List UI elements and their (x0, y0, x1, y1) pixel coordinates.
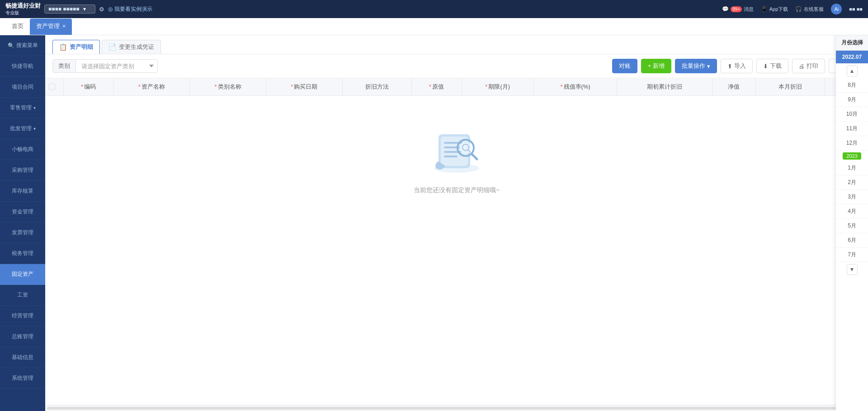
month-item-5[interactable]: 5月 (836, 219, 868, 233)
import-button[interactable]: ⬆ 导入 (721, 59, 753, 73)
year-badge-2023: 2023 (843, 152, 861, 160)
sidebar-item-ledger[interactable]: 总账管理 (0, 326, 45, 347)
batch-label: 批量操作 (682, 62, 705, 70)
sidebar-label-invoice: 发票管理 (12, 229, 33, 236)
month-item-1[interactable]: 1月 (836, 161, 868, 175)
download-icon: ⬇ (763, 63, 768, 70)
month-nav-up: ▲ (836, 64, 868, 78)
sidebar-item-fixed-assets[interactable]: 固定资产 (0, 264, 45, 285)
col-net-value: 净值 (712, 78, 755, 96)
app-download-button[interactable]: 📱 App下载 (761, 6, 788, 13)
message-button[interactable]: 💬 99+ 消息 (722, 6, 754, 13)
sidebar-item-search-menu[interactable]: 🔍 搜索菜单 (0, 35, 45, 56)
reconcile-button[interactable]: 对账 (612, 59, 637, 73)
col-category: *类别名称 (190, 78, 266, 96)
col-monthly-depreciation: 本月折旧 (755, 78, 825, 96)
tab-home[interactable]: 首页 (5, 19, 30, 35)
col-depreciation-method: 折旧方法 (342, 78, 411, 96)
assets-table: *编码 *资产名称 *类别名称 *购买日期 折旧方法 *原值 *期限(月) *残… (45, 78, 868, 96)
online-service-button[interactable]: 🎧 在线客服 (795, 6, 824, 13)
toolbar: 类别 请选择固定资产类别 对账 + 新增 批量操作 ▾ ⬆ 导入 (45, 54, 868, 78)
content-tab-change-voucher[interactable]: 📄 变更生成凭证 (102, 40, 161, 54)
content-tab-asset-detail-label: 资产明细 (70, 43, 93, 51)
sidebar-item-tax[interactable]: 税务管理 (0, 243, 45, 264)
chevron-down-icon: ▾ (33, 105, 36, 110)
sidebar-label-ledger: 总账管理 (12, 333, 33, 340)
category-label: 类别 (53, 60, 76, 72)
sidebar-item-project-contract[interactable]: 项目合同 (0, 77, 45, 98)
sidebar-label-ecommerce: 小畅电商 (12, 146, 33, 153)
month-item-12[interactable]: 12月 (836, 136, 868, 151)
online-service-text: 在线客服 (804, 6, 824, 13)
demo-link[interactable]: ◎ 我要看实例演示 (108, 5, 152, 13)
month-item-10[interactable]: 10月 (836, 107, 868, 122)
asset-detail-icon: 📋 (59, 43, 67, 51)
month-item-current[interactable]: 2022.07 (836, 51, 868, 64)
month-item-8[interactable]: 8月 (836, 78, 868, 93)
scroll-track[interactable] (47, 407, 866, 410)
top-bar-left: 畅捷通好业财 专业版 ■■■■ ■■■■■ ▾ ⚙ ◎ 我要看实例演示 (5, 2, 152, 16)
month-item-11[interactable]: 11月 (836, 122, 868, 136)
svg-rect-6 (444, 156, 458, 157)
sidebar-label-inventory: 库存核算 (12, 187, 33, 195)
empty-state: 当前您还没有固定资产明细哦~ (45, 96, 868, 222)
app-download-text: App下载 (769, 6, 788, 13)
month-item-4[interactable]: 4月 (836, 204, 868, 219)
company-selector[interactable]: ■■■■ ■■■■■ ▾ (44, 5, 95, 14)
import-label: 导入 (734, 62, 746, 70)
col-residual-rate: *残值率(%) (533, 78, 617, 96)
sidebar-item-fund[interactable]: 资金管理 (0, 202, 45, 222)
sidebar-item-system[interactable]: 系统管理 (0, 368, 45, 389)
col-name: *资产名称 (113, 78, 190, 96)
toolbar-right: 对账 + 新增 批量操作 ▾ ⬆ 导入 ⬇ 下载 🖨 打印 (612, 59, 861, 73)
batch-operation-button[interactable]: 批量操作 ▾ (675, 59, 717, 73)
month-item-9[interactable]: 9月 (836, 93, 868, 107)
sidebar-label-basic-info: 基础信息 (12, 354, 33, 361)
sidebar-label-retail: 零售管理 (10, 104, 32, 112)
sidebar-item-quick-nav[interactable]: 快捷导航 (0, 56, 45, 77)
print-icon: 🖨 (799, 63, 805, 70)
content-tab-change-voucher-label: 变更生成凭证 (119, 43, 154, 51)
content-area: 📋 资产明细 📄 变更生成凭证 类别 请选择固定资产类别 对账 + 新增 (45, 35, 868, 411)
month-item-6[interactable]: 6月 (836, 233, 868, 248)
select-all-checkbox[interactable] (49, 84, 55, 90)
sidebar-item-inventory[interactable]: 库存核算 (0, 181, 45, 202)
sidebar-item-ecommerce[interactable]: 小畅电商 (0, 139, 45, 160)
nav-tabs: 首页 资产管理 × (0, 18, 868, 35)
import-icon: ⬆ (727, 63, 732, 70)
month-nav-down-button[interactable]: ▼ (847, 264, 858, 275)
content-tab-asset-detail[interactable]: 📋 资产明细 (52, 40, 100, 54)
sidebar-item-purchase[interactable]: 采购管理 (0, 160, 45, 181)
month-item-3[interactable]: 3月 (836, 190, 868, 204)
download-button[interactable]: ⬇ 下载 (756, 59, 788, 73)
tab-close-icon[interactable]: × (62, 23, 66, 29)
print-button[interactable]: 🖨 打印 (792, 59, 825, 73)
category-select[interactable]: 请选择固定资产类别 (76, 61, 157, 72)
sidebar-label-project: 项目合同 (12, 83, 33, 91)
sidebar-item-operations[interactable]: 经营管理 (0, 306, 45, 326)
bottom-scrollbar[interactable] (45, 405, 868, 411)
change-voucher-icon: 📄 (108, 43, 116, 51)
sidebar-item-wholesale[interactable]: 批发管理 ▾ (0, 118, 45, 139)
month-panel-header: 月份选择 (836, 35, 868, 51)
sidebar-item-retail[interactable]: 零售管理 ▾ (0, 98, 45, 118)
sidebar-item-invoice[interactable]: 发票管理 (0, 222, 45, 243)
month-item-2[interactable]: 2月 (836, 175, 868, 190)
table-container: *编码 *资产名称 *类别名称 *购买日期 折旧方法 *原值 *期限(月) *残… (45, 78, 868, 405)
tab-asset-management[interactable]: 资产管理 × (30, 19, 72, 35)
chevron-down-icon: ▾ (707, 63, 710, 70)
search-icon: 🔍 (8, 43, 14, 49)
sidebar-item-payroll[interactable]: 工资 (0, 285, 45, 306)
sidebar-item-basic-info[interactable]: 基础信息 (0, 347, 45, 368)
add-button[interactable]: + 新增 (641, 59, 671, 73)
month-item-7[interactable]: 7月 (836, 248, 868, 262)
sidebar-label-tax: 税务管理 (12, 250, 33, 257)
col-period: *期限(月) (462, 78, 533, 96)
user-avatar[interactable]: Ai (831, 4, 842, 14)
settings-icon[interactable]: ⚙ (99, 6, 104, 13)
chevron-down-icon: ▾ (33, 126, 36, 131)
month-nav-up-button[interactable]: ▲ (847, 66, 858, 76)
category-selector: 类别 请选择固定资产类别 (52, 59, 158, 73)
demo-text: 我要看实例演示 (114, 5, 152, 13)
content-tabs: 📋 资产明细 📄 变更生成凭证 (45, 35, 868, 54)
